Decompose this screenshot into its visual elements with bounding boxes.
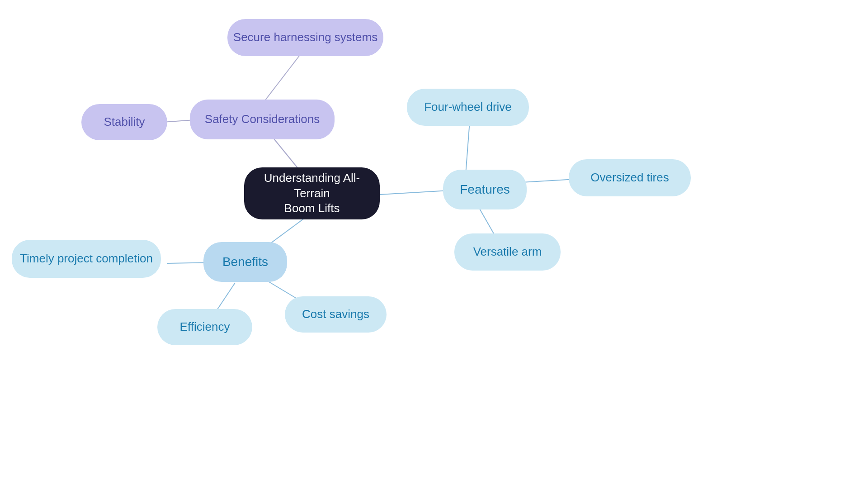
secure-harnessing-node: Secure harnessing systems: [227, 19, 383, 56]
cost-savings-node: Cost savings: [285, 296, 387, 333]
features-label: Features: [455, 181, 514, 198]
oversized-tires-node: Oversized tires: [569, 159, 691, 196]
stability-label: Stability: [99, 114, 149, 130]
efficiency-label: Efficiency: [175, 319, 235, 335]
stability-node: Stability: [81, 104, 167, 140]
safety-label: Safety Considerations: [200, 112, 324, 127]
features-node: Features: [443, 170, 527, 209]
cost-savings-label: Cost savings: [297, 307, 374, 322]
secure-harnessing-label: Secure harnessing systems: [229, 30, 382, 45]
benefits-node: Benefits: [203, 242, 287, 282]
timely-label: Timely project completion: [15, 251, 157, 266]
versatile-arm-node: Versatile arm: [454, 233, 561, 271]
benefits-label: Benefits: [218, 254, 273, 270]
four-wheel-drive-node: Four-wheel drive: [407, 89, 529, 126]
safety-considerations-node: Safety Considerations: [190, 100, 335, 139]
four-wheel-label: Four-wheel drive: [420, 100, 516, 115]
center-node: Understanding All-Terrain Boom Lifts: [244, 167, 380, 219]
timely-project-node: Timely project completion: [12, 240, 161, 278]
center-label: Understanding All-Terrain Boom Lifts: [244, 171, 380, 216]
oversized-tires-label: Oversized tires: [586, 170, 673, 186]
versatile-arm-label: Versatile arm: [469, 244, 547, 260]
efficiency-node: Efficiency: [157, 309, 252, 345]
